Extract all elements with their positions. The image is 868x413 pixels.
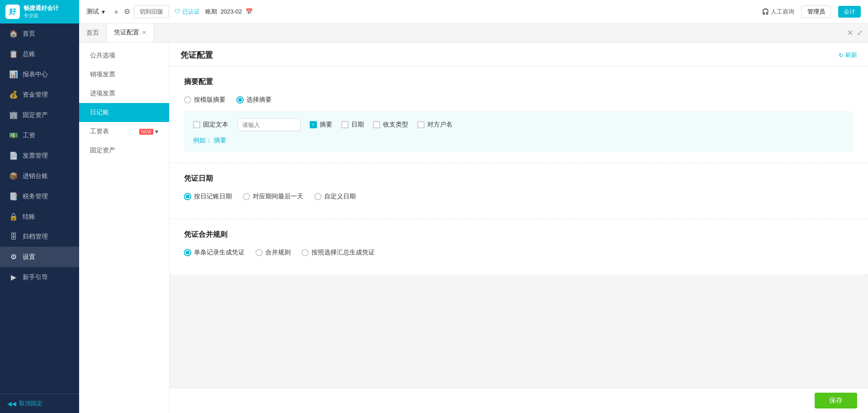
sidebar-item-tax[interactable]: 📑 税务管理 — [0, 186, 79, 206]
payroll-table-label: 工资表 — [90, 127, 109, 136]
summary-section: 摘要配置 按模版摘要 选择摘要 — [170, 66, 868, 163]
config-title: 凭证配置 — [180, 50, 213, 61]
select-summary-circle — [302, 249, 309, 256]
summary-checkbox[interactable]: 摘要 — [310, 121, 332, 129]
certified-label: 已认证 — [182, 8, 200, 16]
journal-date-label: 按日记账日期 — [194, 192, 232, 201]
save-button[interactable]: 保存 — [815, 393, 857, 408]
template-label: 按模版摘要 — [194, 96, 226, 104]
sidebar-item-invoice[interactable]: 📄 发票管理 — [0, 145, 79, 166]
topbar: 测试 ▾ ＋ ⚙ 切到旧版 🛡 已认证 账期 2023-02 📅 🎧 人工咨询 … — [79, 0, 868, 23]
date-section: 凭证日期 按日记账日期 对应期间最后一天 自定义日期 — [170, 163, 868, 219]
sidebar-item-close[interactable]: 🔒 结账 — [0, 206, 79, 227]
sidebar-item-report[interactable]: 📊 报表中心 — [0, 64, 79, 84]
sidebar-item-funds[interactable]: 💰 资金管理 — [0, 84, 79, 105]
period-last-label: 对应期间最后一天 — [253, 192, 303, 201]
refresh-btn[interactable]: ↻ 刷新 — [839, 51, 857, 59]
summary-select-radio[interactable]: 选择摘要 — [236, 96, 272, 104]
certified-badge: 🛡 已认证 — [175, 8, 200, 16]
period-last-radio[interactable]: 对应期间最后一天 — [243, 192, 303, 201]
sidebar-item-sales[interactable]: 📦 进销台账 — [0, 166, 79, 186]
custom-date-circle — [314, 193, 321, 200]
custom-date-radio[interactable]: 自定义日期 — [314, 192, 356, 201]
example-text: 例如： 摘要 — [193, 136, 844, 145]
sidebar-item-payroll[interactable]: 💵 工资 — [0, 125, 79, 145]
sidebar-item-label: 固定资产 — [23, 111, 48, 119]
summary-checkbox-box — [310, 121, 317, 128]
merge-section-title: 凭证合并规则 — [184, 230, 854, 239]
single-record-circle — [184, 249, 191, 256]
left-nav-public[interactable]: 公共选项 — [79, 46, 169, 65]
period-display: 账期 2023-02 📅 — [205, 8, 253, 16]
fixed-text-input[interactable] — [237, 118, 301, 131]
bottom-spacer — [170, 275, 868, 366]
cancel-fixed-btn[interactable]: ◀◀ 取消固定 — [0, 394, 79, 413]
user-btn[interactable]: 管理员 — [802, 5, 831, 18]
fixed-text-checkbox[interactable]: 固定文本 — [193, 121, 228, 129]
summary-options-box: 固定文本 摘要 日期 — [184, 111, 854, 152]
cancel-fixed-label: 取消固定 — [19, 399, 42, 408]
example-value: 摘要 — [214, 136, 226, 144]
settings-icon: ⚙ — [9, 253, 18, 261]
role-btn[interactable]: 会计 — [838, 6, 861, 18]
summary-radio-group: 按模版摘要 选择摘要 — [184, 96, 854, 104]
sidebar-item-ledger[interactable]: 📋 总账 — [0, 44, 79, 64]
add-icon[interactable]: ＋ — [112, 6, 120, 17]
select-summary-radio[interactable]: 按照选择汇总生成凭证 — [302, 249, 375, 257]
maximize-icon[interactable]: ⤢ — [857, 28, 863, 37]
funds-icon: 💰 — [9, 90, 18, 99]
tab-voucher-config[interactable]: 凭证配置 ✕ — [107, 23, 154, 42]
summary-template-radio[interactable]: 按模版摘要 — [184, 96, 226, 104]
tab-home-label: 首页 — [86, 29, 99, 37]
journal-date-circle — [184, 193, 191, 200]
merge-rule-label: 合并规则 — [265, 249, 291, 257]
income-type-checkbox[interactable]: 收支类型 — [373, 121, 408, 129]
journal-date-radio[interactable]: 按日记账日期 — [184, 192, 232, 201]
gear-icon[interactable]: ⚙ — [124, 7, 130, 16]
left-nav-sales-invoice[interactable]: 销项发票 — [79, 65, 169, 84]
calendar-icon[interactable]: 📅 — [245, 8, 253, 15]
sidebar-item-label: 报表中心 — [23, 70, 48, 79]
sidebar-item-label: 进销台账 — [23, 172, 48, 180]
home-icon: 🏠 — [9, 29, 18, 38]
date-checkbox[interactable]: 日期 — [341, 121, 364, 129]
sidebar-item-label: 设置 — [23, 253, 35, 261]
summary-options-row: 固定文本 摘要 日期 — [193, 118, 844, 131]
single-record-label: 单条记录生成凭证 — [194, 249, 245, 257]
consult-label: 人工咨询 — [771, 8, 794, 16]
sidebar-item-label: 工资 — [23, 131, 35, 140]
sales-icon: 📦 — [9, 172, 18, 180]
assets-icon: 🏢 — [9, 111, 18, 119]
config-scroll: 摘要配置 按模版摘要 选择摘要 — [170, 66, 868, 388]
period-label: 账期 — [205, 8, 217, 15]
sidebar-item-label: 归档管理 — [23, 233, 48, 241]
merge-radio-group: 单条记录生成凭证 合并规则 按照选择汇总生成凭证 — [184, 249, 854, 257]
left-nav-purchase-invoice[interactable]: 进项发票 — [79, 84, 169, 103]
left-nav-journal[interactable]: 日记账 — [79, 103, 169, 122]
sidebar-item-settings[interactable]: ⚙ 设置 — [0, 247, 79, 267]
counterpart-checkbox[interactable]: 对方户名 — [417, 121, 453, 129]
dropdown-icon: ▾ — [102, 8, 105, 15]
merge-section: 凭证合并规则 单条记录生成凭证 合并规则 按照选择汇总生成凭证 — [170, 219, 868, 275]
tab-close-icon[interactable]: ✕ — [142, 29, 146, 36]
close-window-icon[interactable]: ✕ — [847, 28, 853, 37]
merge-rule-circle — [255, 249, 263, 256]
sidebar-item-guide[interactable]: ▶ 新手引导 — [0, 267, 79, 287]
single-record-radio[interactable]: 单条记录生成凭证 — [184, 249, 245, 257]
summary-label: 摘要 — [320, 121, 332, 129]
tab-home[interactable]: 首页 — [79, 23, 107, 42]
sidebar-item-assets[interactable]: 🏢 固定资产 — [0, 105, 79, 125]
consult-btn[interactable]: 🎧 人工咨询 — [762, 8, 794, 16]
left-nav-payroll[interactable]: 工资表 NEW ▾ — [79, 122, 169, 141]
project-selector[interactable]: 测试 ▾ — [86, 8, 105, 16]
switch-old-btn[interactable]: 切到旧版 — [134, 5, 169, 18]
left-nav: 公共选项 销项发票 进项发票 日记账 工资表 NEW ▾ 固定资产 — [79, 42, 170, 413]
period-value: 2023-02 — [221, 8, 242, 15]
left-nav-fixed-assets[interactable]: 固定资产 — [79, 141, 169, 160]
sidebar-nav: 🏠 首页 📋 总账 📊 报表中心 💰 资金管理 🏢 固定资产 💵 工资 📄 发票… — [0, 23, 79, 394]
merge-rule-radio[interactable]: 合并规则 — [255, 249, 291, 257]
sidebar-item-archive[interactable]: 🗄 归档管理 — [0, 227, 79, 247]
tabbar: 首页 凭证配置 ✕ ✕ ⤢ — [79, 23, 868, 42]
sidebar-item-home[interactable]: 🏠 首页 — [0, 23, 79, 44]
date-section-title: 凭证日期 — [184, 174, 854, 183]
